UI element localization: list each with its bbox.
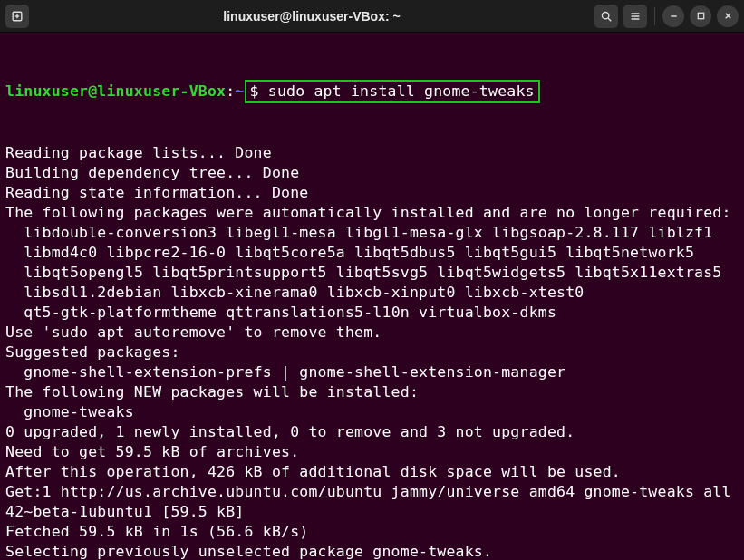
prompt-colon: :	[226, 82, 235, 100]
terminal-output: Reading package lists... DoneBuilding de…	[5, 143, 739, 560]
terminal-body[interactable]: linuxuser@linuxuser-VBox:~$ sudo apt ins…	[0, 33, 744, 560]
maximize-button[interactable]	[690, 5, 711, 27]
output-line: Get:1 http://us.archive.ubuntu.com/ubunt…	[5, 482, 739, 522]
output-line: Selecting previously unselected package …	[5, 542, 739, 560]
new-tab-button[interactable]	[5, 5, 29, 28]
output-line: Need to get 59.5 kB of archives.	[5, 442, 739, 462]
close-button[interactable]	[717, 5, 739, 27]
titlebar-left	[5, 5, 29, 28]
svg-rect-2	[698, 13, 703, 18]
search-button[interactable]	[594, 5, 618, 28]
output-line: Suggested packages:	[5, 343, 739, 362]
output-line: The following packages were automaticall…	[5, 203, 739, 223]
output-line: The following NEW packages will be insta…	[5, 382, 739, 402]
prompt-line: linuxuser@linuxuser-VBox:~$ sudo apt ins…	[5, 80, 739, 103]
output-line: Use 'sudo apt autoremove' to remove them…	[5, 323, 739, 343]
output-line: Reading package lists... Done	[5, 143, 739, 163]
output-line: After this operation, 426 kB of addition…	[5, 462, 739, 482]
prompt-user-host: linuxuser@linuxuser-VBox	[5, 82, 226, 100]
prompt-path: ~	[235, 82, 244, 100]
output-line: gnome-shell-extension-prefs | gnome-shel…	[5, 362, 739, 382]
command-highlight: $ sudo apt install gnome-tweaks	[245, 80, 540, 103]
output-line: gnome-tweaks	[5, 402, 739, 422]
output-line: Building dependency tree... Done	[5, 163, 739, 183]
output-line: libmd4c0 libpcre2-16-0 libqt5core5a libq…	[5, 243, 739, 263]
prompt-dollar: $	[250, 82, 259, 100]
window-title: linuxuser@linuxuser-VBox: ~	[29, 9, 594, 24]
output-line: libdouble-conversion3 libegl1-mesa libgl…	[5, 223, 739, 243]
titlebar-right	[594, 5, 739, 28]
entered-command: sudo apt install gnome-tweaks	[268, 82, 535, 100]
output-line: Fetched 59.5 kB in 1s (56.6 kB/s)	[5, 522, 739, 542]
output-line: 0 upgraded, 1 newly installed, 0 to remo…	[5, 422, 739, 442]
svg-point-1	[602, 12, 608, 18]
output-line: libsdl1.2debian libxcb-xinerama0 libxcb-…	[5, 283, 739, 303]
minimize-button[interactable]	[662, 5, 684, 27]
titlebar: linuxuser@linuxuser-VBox: ~	[0, 0, 744, 33]
separator	[654, 7, 655, 25]
output-line: Reading state information... Done	[5, 183, 739, 203]
output-line: libqt5opengl5 libqt5printsupport5 libqt5…	[5, 263, 739, 283]
menu-button[interactable]	[623, 5, 647, 28]
output-line: qt5-gtk-platformtheme qttranslations5-l1…	[5, 303, 739, 323]
